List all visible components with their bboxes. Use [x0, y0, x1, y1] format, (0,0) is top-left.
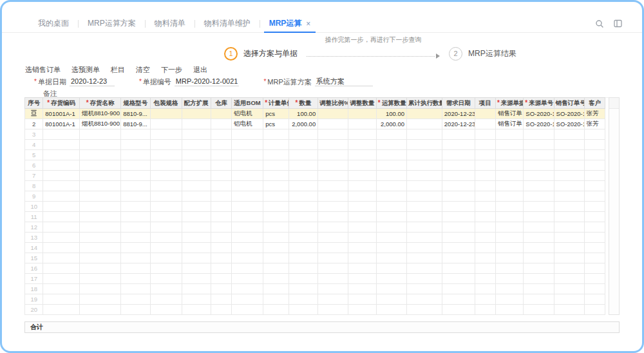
cell[interactable]	[442, 150, 475, 160]
cell[interactable]: pcs	[263, 119, 289, 129]
cell[interactable]	[318, 191, 348, 202]
cell[interactable]	[121, 181, 150, 191]
row-number[interactable]: 15	[25, 253, 43, 263]
cell[interactable]	[475, 202, 495, 212]
cell[interactable]	[584, 160, 605, 171]
cell[interactable]	[554, 160, 584, 171]
cell[interactable]: 2,000.00	[376, 119, 406, 129]
cell[interactable]	[289, 202, 317, 212]
row-number[interactable]: 2	[25, 119, 43, 129]
cell[interactable]	[121, 212, 150, 222]
tab-3[interactable]: 物料清单	[146, 15, 194, 32]
cell[interactable]	[584, 212, 605, 222]
cell[interactable]	[554, 181, 584, 191]
cell[interactable]	[442, 160, 475, 171]
cell[interactable]	[150, 212, 182, 222]
cell[interactable]	[150, 305, 182, 315]
cell[interactable]	[376, 222, 406, 233]
cell[interactable]	[376, 243, 406, 253]
cell[interactable]	[524, 222, 554, 233]
row-number[interactable]: 12	[25, 222, 43, 233]
cell[interactable]	[150, 160, 182, 171]
cell[interactable]	[407, 129, 442, 140]
cell[interactable]	[348, 150, 376, 160]
cell[interactable]	[79, 274, 120, 284]
cell[interactable]	[150, 119, 182, 129]
cell[interactable]	[232, 305, 263, 315]
cell[interactable]	[211, 274, 231, 284]
cell[interactable]	[407, 233, 442, 243]
cell[interactable]	[79, 181, 120, 191]
cell[interactable]	[121, 191, 150, 202]
cell[interactable]	[79, 191, 120, 202]
cell[interactable]	[407, 263, 442, 274]
cell[interactable]	[554, 305, 584, 315]
cell[interactable]	[211, 171, 231, 181]
cell[interactable]	[182, 274, 211, 284]
cell[interactable]	[318, 202, 348, 212]
cell[interactable]	[554, 253, 584, 263]
cell[interactable]	[211, 140, 231, 150]
cell[interactable]	[348, 263, 376, 274]
cell[interactable]	[584, 233, 605, 243]
cell[interactable]	[79, 150, 120, 160]
cell[interactable]	[348, 253, 376, 263]
cell[interactable]	[442, 243, 475, 253]
cell[interactable]	[442, 233, 475, 243]
cell[interactable]	[232, 284, 263, 294]
cell[interactable]	[524, 274, 554, 284]
tab-4[interactable]: 物料清单维护	[195, 15, 260, 32]
cell[interactable]	[232, 129, 263, 140]
cell[interactable]	[121, 171, 150, 181]
cell[interactable]	[524, 294, 554, 305]
cell[interactable]	[475, 222, 495, 233]
cell[interactable]	[442, 294, 475, 305]
cell[interactable]	[407, 274, 442, 284]
cell[interactable]	[475, 140, 495, 150]
row-number[interactable]: 20	[25, 305, 43, 315]
cell[interactable]	[182, 129, 211, 140]
cell[interactable]	[495, 191, 523, 202]
cell[interactable]	[475, 109, 495, 119]
cell[interactable]	[121, 243, 150, 253]
cell[interactable]	[232, 181, 263, 191]
cell[interactable]	[442, 202, 475, 212]
cell[interactable]: 8810-9...	[121, 119, 150, 129]
cell[interactable]	[211, 150, 231, 160]
cell[interactable]	[289, 263, 317, 274]
cell[interactable]	[524, 284, 554, 294]
cell[interactable]	[554, 263, 584, 274]
cell[interactable]	[524, 150, 554, 160]
row-number[interactable]: 7	[25, 171, 43, 181]
cell[interactable]	[263, 150, 289, 160]
cell[interactable]	[150, 191, 182, 202]
cell[interactable]	[182, 263, 211, 274]
cell[interactable]	[475, 253, 495, 263]
cell[interactable]	[289, 171, 317, 181]
cell[interactable]	[318, 243, 348, 253]
cell[interactable]	[584, 202, 605, 212]
cell[interactable]	[495, 284, 523, 294]
cell[interactable]	[524, 263, 554, 274]
cell[interactable]	[554, 294, 584, 305]
cell[interactable]	[524, 253, 554, 263]
cell[interactable]	[150, 222, 182, 233]
cell[interactable]	[289, 243, 317, 253]
cell[interactable]	[524, 160, 554, 171]
cell[interactable]	[407, 222, 442, 233]
cell[interactable]	[121, 305, 150, 315]
cell[interactable]	[407, 160, 442, 171]
cell[interactable]	[182, 202, 211, 212]
cell[interactable]	[376, 181, 406, 191]
cell[interactable]	[232, 222, 263, 233]
cell[interactable]	[584, 284, 605, 294]
cell[interactable]	[554, 212, 584, 222]
cell[interactable]	[79, 253, 120, 263]
cell[interactable]	[289, 222, 317, 233]
cell[interactable]	[495, 253, 523, 263]
cell[interactable]	[232, 274, 263, 284]
cell[interactable]	[263, 233, 289, 243]
cell[interactable]	[407, 171, 442, 181]
cell[interactable]	[318, 150, 348, 160]
cell[interactable]	[43, 263, 80, 274]
